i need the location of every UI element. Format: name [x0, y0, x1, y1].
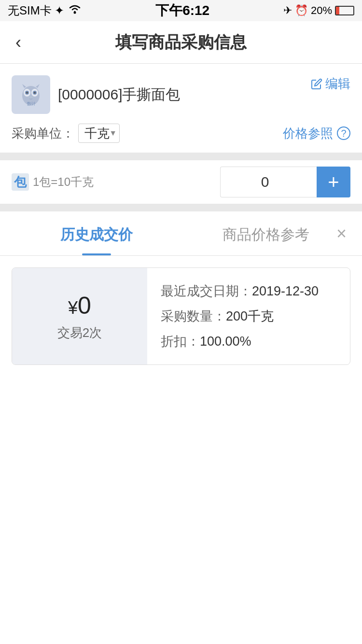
unit-prefix: 采购单位：	[12, 125, 74, 142]
price-value: 0	[78, 292, 91, 319]
discount-line: 折扣：100.00%	[161, 333, 336, 350]
product-id: [0000006]	[58, 86, 122, 102]
product-title: 手撕面包	[122, 86, 180, 102]
unit-select-wrapper[interactable]: 千克 克 包	[78, 124, 120, 143]
product-card: 数计 [0000006]手撕面包 编辑 采购单位： 千克 克 包	[0, 64, 362, 153]
svg-point-6	[26, 92, 28, 94]
last-date-line: 最近成交日期：2019-12-30	[161, 282, 336, 300]
unit-select[interactable]: 千克 克 包	[78, 124, 120, 143]
unit-label: 采购单位： 千克 克 包	[12, 124, 120, 143]
tab-header: 历史成交价 商品价格参考 ×	[0, 211, 362, 256]
discount-label: 折扣：	[161, 334, 200, 349]
tab-price-reference[interactable]: 商品价格参考	[181, 211, 350, 255]
qty-value: 200千克	[226, 309, 274, 323]
price-ref-button[interactable]: 价格参照 ?	[283, 125, 350, 142]
unit-abbr-box: 包	[12, 173, 29, 191]
history-content: ¥0 交易2次 最近成交日期：2019-12-30 采购数量：200千克 折扣：…	[0, 256, 362, 377]
section-divider-2	[0, 204, 362, 211]
history-details-section: 最近成交日期：2019-12-30 采购数量：200千克 折扣：100.00%	[147, 268, 350, 364]
quantity-plus-button[interactable]: +	[317, 167, 350, 197]
last-date-label: 最近成交日期：	[161, 284, 252, 298]
qty-label: 采购数量：	[161, 309, 226, 323]
svg-point-7	[34, 92, 36, 94]
price-symbol: ¥	[68, 298, 78, 318]
tab-history-price[interactable]: 历史成交价	[12, 211, 181, 255]
product-left: 数计 [0000006]手撕面包	[12, 75, 180, 114]
bottom-area	[0, 377, 362, 644]
carrier-text: 无SIM卡 ✦	[8, 3, 64, 18]
quantity-input[interactable]	[220, 167, 317, 197]
alarm-icon: ⏰	[295, 4, 308, 17]
svg-text:数计: 数计	[27, 101, 36, 106]
trade-count: 交易2次	[57, 324, 102, 341]
history-card: ¥0 交易2次 最近成交日期：2019-12-30 采购数量：200千克 折扣：…	[12, 267, 350, 365]
nav-bar: ‹ 填写商品采购信息	[0, 21, 362, 64]
battery-percent: 20%	[311, 4, 332, 17]
wifi-icon	[68, 4, 82, 17]
product-image: 数计	[12, 75, 50, 114]
product-footer: 采购单位： 千克 克 包 价格参照 ?	[12, 124, 350, 143]
edit-label: 编辑	[325, 75, 350, 92]
history-price-section: ¥0 交易2次	[12, 268, 147, 364]
quantity-controls: +	[220, 167, 350, 197]
discount-value: 100.00%	[200, 334, 251, 349]
history-price-display: ¥0	[68, 292, 91, 320]
status-time: 下午6:12	[155, 1, 209, 20]
back-button[interactable]: ‹	[12, 28, 25, 56]
svg-point-8	[28, 96, 33, 99]
qty-line: 采购数量：200千克	[161, 308, 336, 325]
product-header: 数计 [0000006]手撕面包 编辑	[12, 75, 350, 114]
edit-button[interactable]: 编辑	[311, 75, 350, 92]
section-divider	[0, 153, 362, 160]
tab-close-button[interactable]: ×	[333, 220, 350, 248]
price-ref-label: 价格参照	[283, 125, 333, 142]
product-name: [0000006]手撕面包	[58, 85, 180, 105]
status-right: ✈ ⏰ 20%	[283, 4, 354, 17]
tab-panel: 历史成交价 商品价格参考 × ¥0 交易2次 最近成交日期：2019-12-30…	[0, 211, 362, 377]
location-icon: ✈	[283, 4, 292, 17]
status-bar: 无SIM卡 ✦ 下午6:12 ✈ ⏰ 20%	[0, 0, 362, 21]
quantity-unit: 包 1包=10千克	[12, 173, 94, 191]
svg-point-0	[74, 12, 76, 14]
status-left: 无SIM卡 ✦	[8, 3, 82, 18]
unit-conversion-label: 1包=10千克	[33, 174, 94, 190]
page-title: 填写商品采购信息	[115, 31, 247, 54]
battery-icon	[335, 6, 354, 15]
last-date-value: 2019-12-30	[252, 284, 319, 298]
quantity-row: 包 1包=10千克 +	[0, 160, 362, 204]
help-icon[interactable]: ?	[337, 126, 350, 140]
